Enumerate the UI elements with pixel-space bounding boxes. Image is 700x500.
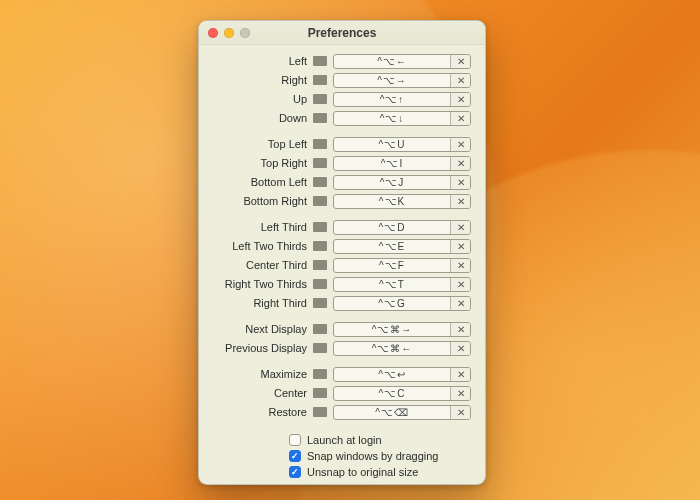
clear-shortcut-button[interactable]: ✕ — [450, 259, 470, 272]
checkbox-row[interactable]: Launch at login — [289, 434, 382, 446]
shortcut-field[interactable]: ^⌥C✕ — [333, 386, 471, 401]
clear-shortcut-button[interactable]: ✕ — [450, 387, 470, 400]
shortcut-row: Left Two Thirds^⌥E✕ — [211, 238, 471, 254]
window-position-icon — [313, 407, 327, 417]
shortcut-label: Up — [211, 93, 307, 105]
clear-shortcut-button[interactable]: ✕ — [450, 240, 470, 253]
shortcut-row: Right^⌥→✕ — [211, 72, 471, 88]
clear-shortcut-button[interactable]: ✕ — [450, 278, 470, 291]
clear-shortcut-button[interactable]: ✕ — [450, 74, 470, 87]
shortcut-row: Center Third^⌥F✕ — [211, 257, 471, 273]
clear-shortcut-button[interactable]: ✕ — [450, 406, 470, 419]
clear-shortcut-button[interactable]: ✕ — [450, 112, 470, 125]
shortcut-label: Top Left — [211, 138, 307, 150]
shortcut-label: Previous Display — [211, 342, 307, 354]
window-position-icon — [313, 241, 327, 251]
shortcut-field[interactable]: ^⌥G✕ — [333, 296, 471, 311]
shortcut-value: ^⌥T — [334, 278, 450, 291]
window-position-icon — [313, 324, 327, 334]
shortcut-value: ^⌥C — [334, 387, 450, 400]
shortcut-field[interactable]: ^⌥↑✕ — [333, 92, 471, 107]
shortcut-field[interactable]: ^⌥→✕ — [333, 73, 471, 88]
shortcut-field[interactable]: ^⌥F✕ — [333, 258, 471, 273]
clear-shortcut-button[interactable]: ✕ — [450, 297, 470, 310]
window-position-icon — [313, 388, 327, 398]
shortcut-label: Bottom Left — [211, 176, 307, 188]
shortcut-field[interactable]: ^⌥⌘→✕ — [333, 322, 471, 337]
window-position-icon — [313, 56, 327, 66]
shortcut-value: ^⌥J — [334, 176, 450, 189]
shortcut-row: Previous Display^⌥⌘←✕ — [211, 340, 471, 356]
shortcut-value: ^⌥I — [334, 157, 450, 170]
shortcut-value: ^⌥K — [334, 195, 450, 208]
window-position-icon — [313, 343, 327, 353]
clear-shortcut-button[interactable]: ✕ — [450, 368, 470, 381]
shortcut-value: ^⌥D — [334, 221, 450, 234]
checkbox[interactable] — [289, 450, 301, 462]
window-position-icon — [313, 260, 327, 270]
shortcut-label: Right Third — [211, 297, 307, 309]
preferences-window: Preferences Left^⌥←✕Right^⌥→✕Up^⌥↑✕Down^… — [198, 20, 486, 485]
shortcut-value: ^⌥← — [334, 55, 450, 68]
shortcut-row: Top Right^⌥I✕ — [211, 155, 471, 171]
titlebar: Preferences — [199, 21, 485, 45]
shortcut-value: ^⌥⌘→ — [334, 323, 450, 336]
clear-shortcut-button[interactable]: ✕ — [450, 323, 470, 336]
shortcut-label: Bottom Right — [211, 195, 307, 207]
shortcut-label: Left Two Thirds — [211, 240, 307, 252]
shortcut-field[interactable]: ^⌥T✕ — [333, 277, 471, 292]
clear-shortcut-button[interactable]: ✕ — [450, 176, 470, 189]
shortcut-label: Center — [211, 387, 307, 399]
shortcut-field[interactable]: ^⌥U✕ — [333, 137, 471, 152]
shortcut-group: Left^⌥←✕Right^⌥→✕Up^⌥↑✕Down^⌥↓✕ — [211, 53, 471, 126]
shortcut-value: ^⌥↑ — [334, 93, 450, 106]
window-position-icon — [313, 177, 327, 187]
window-position-icon — [313, 75, 327, 85]
shortcut-row: Right Third^⌥G✕ — [211, 295, 471, 311]
shortcut-field[interactable]: ^⌥↩✕ — [333, 367, 471, 382]
shortcut-field[interactable]: ^⌥J✕ — [333, 175, 471, 190]
window-position-icon — [313, 369, 327, 379]
clear-shortcut-button[interactable]: ✕ — [450, 93, 470, 106]
shortcut-row: Left Third^⌥D✕ — [211, 219, 471, 235]
clear-shortcut-button[interactable]: ✕ — [450, 157, 470, 170]
shortcut-field[interactable]: ^⌥D✕ — [333, 220, 471, 235]
close-icon[interactable] — [208, 28, 218, 38]
shortcut-field[interactable]: ^⌥⌘←✕ — [333, 341, 471, 356]
window-position-icon — [313, 139, 327, 149]
checkbox[interactable] — [289, 466, 301, 478]
shortcut-label: Left — [211, 55, 307, 67]
checkbox-row[interactable]: Snap windows by dragging — [289, 450, 438, 462]
shortcut-row: Maximize^⌥↩✕ — [211, 366, 471, 382]
clear-shortcut-button[interactable]: ✕ — [450, 195, 470, 208]
shortcut-field[interactable]: ^⌥E✕ — [333, 239, 471, 254]
shortcut-field[interactable]: ^⌥←✕ — [333, 54, 471, 69]
clear-shortcut-button[interactable]: ✕ — [450, 55, 470, 68]
shortcut-value: ^⌥F — [334, 259, 450, 272]
shortcut-row: Right Two Thirds^⌥T✕ — [211, 276, 471, 292]
zoom-icon[interactable] — [240, 28, 250, 38]
minimize-icon[interactable] — [224, 28, 234, 38]
window-position-icon — [313, 279, 327, 289]
clear-shortcut-button[interactable]: ✕ — [450, 221, 470, 234]
clear-shortcut-button[interactable]: ✕ — [450, 342, 470, 355]
shortcut-value: ^⌥U — [334, 138, 450, 151]
window-position-icon — [313, 158, 327, 168]
shortcut-value: ^⌥E — [334, 240, 450, 253]
shortcut-row: Center^⌥C✕ — [211, 385, 471, 401]
shortcut-value: ^⌥⌫ — [334, 406, 450, 419]
clear-shortcut-button[interactable]: ✕ — [450, 138, 470, 151]
shortcut-label: Restore — [211, 406, 307, 418]
checkbox[interactable] — [289, 434, 301, 446]
shortcut-field[interactable]: ^⌥⌫✕ — [333, 405, 471, 420]
checkbox-row[interactable]: Unsnap to original size — [289, 466, 418, 478]
shortcut-label: Next Display — [211, 323, 307, 335]
shortcut-row: Top Left^⌥U✕ — [211, 136, 471, 152]
shortcut-group: Maximize^⌥↩✕Center^⌥C✕Restore^⌥⌫✕ — [211, 366, 471, 420]
window-position-icon — [313, 222, 327, 232]
shortcut-field[interactable]: ^⌥↓✕ — [333, 111, 471, 126]
shortcut-row: Bottom Right^⌥K✕ — [211, 193, 471, 209]
shortcut-field[interactable]: ^⌥K✕ — [333, 194, 471, 209]
shortcut-label: Right — [211, 74, 307, 86]
shortcut-field[interactable]: ^⌥I✕ — [333, 156, 471, 171]
